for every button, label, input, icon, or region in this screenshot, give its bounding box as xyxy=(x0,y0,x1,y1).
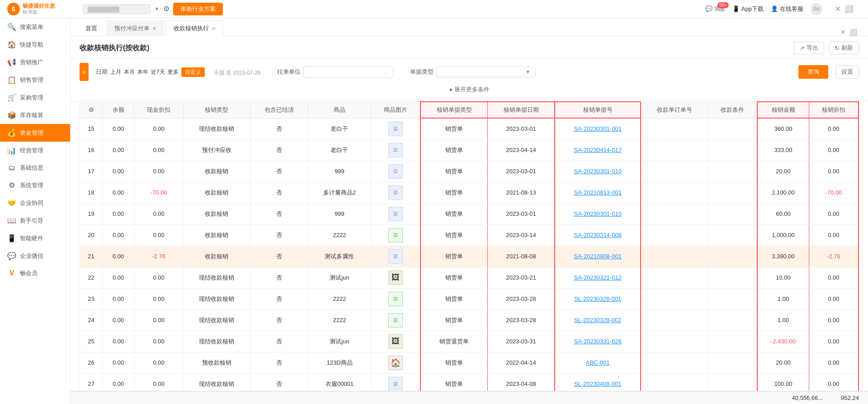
tab-receipt-close[interactable]: ✕ xyxy=(212,26,216,32)
sidebar-item-marketing[interactable]: 📢 营销推广 xyxy=(0,53,70,71)
filter-settings-btn[interactable]: 设置 xyxy=(835,65,859,79)
filter-area: » 日期 上月 本月 本年 近7天 更多 自定义 不限 至 2023-07-26… xyxy=(71,58,868,101)
doc-no-link[interactable]: SA-20230321-012 xyxy=(574,274,622,281)
user-avatar[interactable]: Rit xyxy=(811,3,822,15)
row-verify-doc-no[interactable]: SL-20230408-001 xyxy=(555,373,641,391)
row-cash-discount: 0.00 xyxy=(134,373,184,391)
doc-no-link[interactable]: SA-20230314-008 xyxy=(574,232,622,238)
row-verify-doc-no[interactable]: SA-20230301-010 xyxy=(555,161,641,182)
sidebar-item-label: 搜索菜单 xyxy=(20,23,43,31)
search-icon: 🔍 xyxy=(7,23,16,31)
home-icon: 🏠 xyxy=(7,40,16,49)
row-verify-doc-no[interactable]: SA-20230414-017 xyxy=(555,139,641,161)
row-verify-doc-no[interactable]: SA-20210813-001 xyxy=(555,182,641,203)
row-balance: 0.00 xyxy=(103,203,134,224)
maximize-window-btn[interactable]: ⬜ xyxy=(844,5,854,13)
row-include-settled: 否 xyxy=(250,161,308,182)
close-window-btn[interactable]: ✕ xyxy=(835,5,841,13)
col-settings-header[interactable]: ⚙ xyxy=(80,102,103,118)
row-verify-doc-no[interactable]: SA-20230301-001 xyxy=(555,118,641,139)
more-link[interactable]: 更多 xyxy=(168,68,179,76)
row-receipt-condition xyxy=(708,246,758,267)
row-verify-doc-no[interactable]: SA-20230314-008 xyxy=(555,224,641,246)
row-verify-doc-no[interactable]: SA-20230301-010 xyxy=(555,203,641,224)
doc-no-link[interactable]: ABC-001 xyxy=(586,359,610,366)
row-receipt-order-no xyxy=(641,224,708,246)
col-receipt-order-no-header: 收款单订单号 xyxy=(641,102,708,118)
row-verify-type: 收款核销 xyxy=(184,182,250,203)
doc-no-link[interactable]: SL-20230328-001 xyxy=(574,295,621,302)
filter-collapse-btn[interactable]: » xyxy=(80,63,89,81)
tab-receipt[interactable]: 收款核销执行 ✕ xyxy=(166,20,223,36)
last-month-link[interactable]: 上月 xyxy=(110,68,121,76)
total-amount-label: 40,556,66... xyxy=(792,394,823,401)
industry-btn[interactable]: 体验行业方案 xyxy=(173,3,223,15)
doc-no-link[interactable]: SA-20210808-001 xyxy=(574,253,622,260)
settings-icon[interactable]: ⚙ xyxy=(163,5,170,13)
app-download[interactable]: 📱 App下载 xyxy=(732,5,764,13)
sidebar-item-collab[interactable]: 🤝 企业协同 xyxy=(0,194,70,212)
doc-no-link[interactable]: SA-20210813-001 xyxy=(574,189,622,196)
row-verify-doc-no[interactable]: SL-20230328-002 xyxy=(555,309,641,331)
tab-home[interactable]: 首页 xyxy=(78,20,105,36)
row-product: 老白干 xyxy=(308,118,371,139)
tab-close-all-btn[interactable]: ✕ xyxy=(840,29,846,36)
row-balance: 0.00 xyxy=(103,224,134,246)
row-verify-doc-date: 2023-03-28 xyxy=(488,309,555,331)
sidebar-item-member[interactable]: V 畅会员 xyxy=(0,265,70,282)
tab-prepay-close[interactable]: ✕ xyxy=(152,26,156,32)
refresh-btn[interactable]: ↻ 刷新 xyxy=(829,42,859,54)
row-verify-doc-type: 销货单 xyxy=(420,203,487,224)
sidebar-item-purchase[interactable]: 🛒 采购管理 xyxy=(0,89,70,106)
sidebar-item-wechat[interactable]: 💬 企业微信 xyxy=(0,247,70,265)
row-verify-doc-no[interactable]: ABC-001 xyxy=(555,352,641,373)
recent7-link[interactable]: 近7天 xyxy=(151,68,165,76)
tab-maximize-btn[interactable]: ⬜ xyxy=(849,29,857,36)
sidebar-item-operation[interactable]: 📊 经营管理 xyxy=(0,142,70,159)
row-verify-doc-no[interactable]: SA-20230321-012 xyxy=(555,267,641,288)
row-receipt-condition xyxy=(708,352,758,373)
row-verify-doc-no[interactable]: SA-20210808-001 xyxy=(555,246,641,267)
row-product-img: 🖼 xyxy=(371,246,421,267)
export-btn[interactable]: ↗ 导出 xyxy=(794,42,824,54)
sidebar-item-search[interactable]: 🔍 搜索菜单 xyxy=(0,18,70,36)
sidebar-item-smarthw[interactable]: 📱 智能硬件 xyxy=(0,229,70,247)
row-receipt-condition xyxy=(708,203,758,224)
inventory-icon: 📦 xyxy=(7,111,16,119)
doc-no-link[interactable]: SA-20230301-001 xyxy=(574,125,622,132)
sidebar-item-inventory[interactable]: 📦 库存核算 xyxy=(0,106,70,124)
sidebar-item-newguide[interactable]: 📖 新手引导 xyxy=(0,212,70,229)
sidebar-item-quicknav[interactable]: 🏠 快捷导航 xyxy=(0,36,70,53)
tab-prepay[interactable]: 预付冲应付单 ✕ xyxy=(107,20,164,36)
doc-no-link[interactable]: SL-20230328-002 xyxy=(574,317,621,323)
doc-no-link[interactable]: SA-20230331-026 xyxy=(574,338,622,345)
row-verify-doc-no[interactable]: SA-20230331-026 xyxy=(555,331,641,352)
doc-no-link[interactable]: SA-20230414-017 xyxy=(574,147,622,153)
online-service[interactable]: 👤 在线客服 xyxy=(771,5,803,13)
row-balance: 0.00 xyxy=(103,139,134,161)
this-year-link[interactable]: 本年 xyxy=(137,68,148,76)
row-verify-amount: 20.00 xyxy=(757,352,809,373)
company-dropdown-arrow[interactable]: ▼ xyxy=(154,6,160,12)
column-settings-icon[interactable]: ⚙ xyxy=(89,106,94,113)
sidebar-item-sales[interactable]: 📋 销售管理 xyxy=(0,71,70,89)
row-verify-doc-no[interactable]: SL-20230328-001 xyxy=(555,288,641,309)
doc-no-link[interactable]: SL-20230408-001 xyxy=(574,380,621,387)
doctype-select[interactable]: ▼ xyxy=(436,67,536,77)
row-verify-type: 现结收款核销 xyxy=(184,373,250,391)
query-btn[interactable]: 查询 xyxy=(798,65,828,79)
sidebar-item-system[interactable]: ⚙ 系统管理 xyxy=(0,176,70,194)
row-product: 测试jun xyxy=(308,267,371,288)
doc-no-link[interactable]: SA-20230301-010 xyxy=(574,210,622,217)
doc-no-link[interactable]: SA-20230301-010 xyxy=(574,168,622,175)
counterpart-input[interactable]: ... xyxy=(303,67,394,78)
sidebar-item-basic[interactable]: 🗂 基础信息 xyxy=(0,159,70,176)
this-month-link[interactable]: 本月 xyxy=(124,68,135,76)
col-balance-header: 余额 xyxy=(103,102,134,118)
notification-area[interactable]: 💬 消息 99+ xyxy=(705,5,725,13)
custom-date-btn[interactable]: 自定义 xyxy=(181,67,205,77)
row-verify-amount: 60.00 xyxy=(757,203,809,224)
expand-conditions-btn[interactable]: ▾ 展开更多条件 xyxy=(449,86,490,94)
sidebar-item-funds[interactable]: 💰 资金管理 xyxy=(0,124,70,142)
company-selector[interactable]: ▓▓▓▓▓▓▓▓ xyxy=(83,4,151,14)
